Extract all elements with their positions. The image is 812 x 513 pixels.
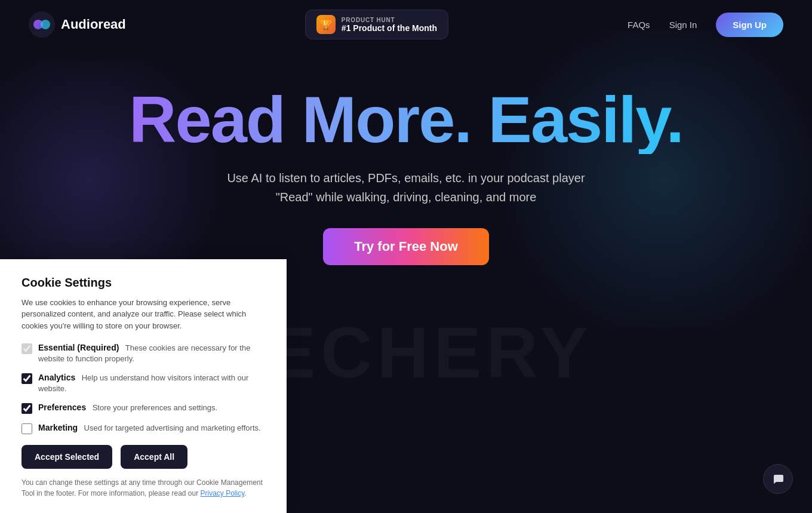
cookie-label-marketing: Marketing <box>38 423 78 432</box>
cookie-desc-preferences: Store your preferences and settings. <box>93 403 218 412</box>
audioread-logo-icon <box>29 11 55 38</box>
hero-subtitle-line1: Use AI to listen to articles, PDFs, emai… <box>227 171 585 185</box>
cta-button[interactable]: Try for Free Now <box>323 228 489 265</box>
signin-link[interactable]: Sign In <box>669 20 697 30</box>
hero-subtitle: Use AI to listen to articles, PDFs, emai… <box>29 168 783 207</box>
cookie-settings-panel: Cookie Settings We use cookies to enhanc… <box>0 259 287 514</box>
product-hunt-title: #1 Product of the Month <box>342 23 437 33</box>
cookie-item-marketing: Marketing Used for targeted advertising … <box>21 422 265 434</box>
cookie-checkbox-analytics[interactable] <box>21 373 32 384</box>
cookie-checkbox-marketing[interactable] <box>21 423 32 434</box>
cookie-desc-marketing: Used for targeted advertising and market… <box>84 423 261 432</box>
svg-point-2 <box>41 20 50 29</box>
cookie-checkbox-preferences[interactable] <box>21 403 32 414</box>
chat-icon <box>771 472 785 486</box>
cookie-footer-end: . <box>244 489 246 497</box>
hero-title: Read More. Easily. <box>29 85 783 154</box>
hero-section: Read More. Easily. Use AI to listen to a… <box>0 49 812 289</box>
cookie-label-preferences: Preferences <box>38 403 86 412</box>
hero-subtitle-line2: "Read" while walking, driving, cleaning,… <box>276 191 537 204</box>
cookie-checkbox-essential[interactable] <box>21 343 32 354</box>
cookie-label-analytics: Analytics <box>38 373 75 382</box>
product-hunt-icon: 🏆 <box>316 15 336 34</box>
accept-all-button[interactable]: Accept All <box>121 445 187 469</box>
cookie-buttons: Accept Selected Accept All <box>21 445 265 469</box>
cookie-title: Cookie Settings <box>21 276 265 290</box>
cookie-description: We use cookies to enhance your browsing … <box>21 297 265 332</box>
cookie-footer: You can change these settings at any tim… <box>21 477 265 499</box>
cookie-item-preferences: Preferences Store your preferences and s… <box>21 402 265 414</box>
product-hunt-label: PRODUCT HUNT <box>342 17 437 23</box>
accept-selected-button[interactable]: Accept Selected <box>21 445 112 469</box>
navbar: Audioread 🏆 PRODUCT HUNT #1 Product of t… <box>0 0 812 49</box>
cookie-item-analytics: Analytics Help us understand how visitor… <box>21 372 265 394</box>
faqs-link[interactable]: FAQs <box>628 20 650 30</box>
cookie-label-essential: Essential (Required) <box>38 343 119 352</box>
product-hunt-badge: 🏆 PRODUCT HUNT #1 Product of the Month <box>305 10 448 39</box>
product-hunt-text: PRODUCT HUNT #1 Product of the Month <box>342 17 437 33</box>
cookie-item-essential: Essential (Required) These cookies are n… <box>21 342 265 364</box>
nav-right: FAQs Sign In Sign Up <box>628 13 783 37</box>
logo-area: Audioread <box>29 11 126 38</box>
logo-text: Audioread <box>61 17 126 32</box>
privacy-policy-link[interactable]: Privacy Policy <box>201 489 245 497</box>
chat-button[interactable] <box>763 464 793 494</box>
signup-button[interactable]: Sign Up <box>716 13 783 37</box>
